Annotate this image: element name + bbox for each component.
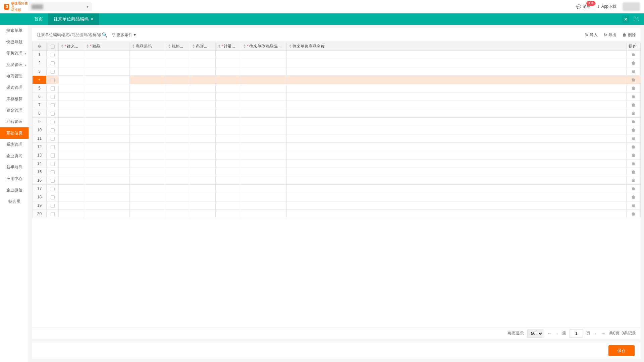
row-delete-cell[interactable]: 🗑 bbox=[627, 193, 641, 201]
cell[interactable] bbox=[166, 101, 190, 109]
checkbox[interactable] bbox=[51, 204, 55, 208]
cell[interactable] bbox=[59, 84, 84, 93]
cell[interactable] bbox=[166, 118, 190, 126]
row-checkbox-cell[interactable] bbox=[47, 109, 59, 118]
table-row[interactable]: 5🗑 bbox=[33, 84, 641, 93]
cell[interactable] bbox=[130, 67, 166, 76]
cell[interactable] bbox=[241, 176, 287, 185]
cell[interactable] bbox=[166, 160, 190, 168]
row-delete-cell[interactable]: 🗑 bbox=[627, 168, 641, 176]
row-delete-cell[interactable]: 🗑 bbox=[627, 67, 641, 76]
cell[interactable] bbox=[130, 126, 166, 134]
row-delete-cell[interactable]: 🗑 bbox=[627, 84, 641, 93]
row-delete-cell[interactable]: 🗑 bbox=[627, 51, 641, 59]
table-row[interactable]: 2🗑 bbox=[33, 59, 641, 67]
trash-icon[interactable]: 🗑 bbox=[632, 111, 636, 116]
cell[interactable] bbox=[84, 193, 130, 201]
cell[interactable] bbox=[59, 76, 84, 84]
cell[interactable] bbox=[130, 160, 166, 168]
checkbox[interactable] bbox=[51, 162, 55, 166]
checkbox[interactable] bbox=[51, 195, 55, 199]
cell[interactable] bbox=[241, 134, 287, 143]
checkbox[interactable] bbox=[51, 45, 55, 49]
row-checkbox-cell[interactable] bbox=[47, 84, 59, 93]
row-checkbox-cell[interactable] bbox=[47, 143, 59, 151]
cell[interactable] bbox=[216, 109, 241, 118]
cell[interactable] bbox=[216, 76, 241, 84]
cell[interactable] bbox=[241, 160, 287, 168]
cell[interactable] bbox=[216, 168, 241, 176]
cell[interactable] bbox=[166, 151, 190, 160]
cell[interactable] bbox=[166, 67, 190, 76]
cell[interactable] bbox=[241, 93, 287, 101]
cell[interactable] bbox=[59, 193, 84, 201]
messages-button[interactable]: 💬 消息 99+ bbox=[576, 4, 591, 9]
checkbox[interactable] bbox=[51, 120, 55, 124]
cell[interactable] bbox=[166, 168, 190, 176]
fullscreen-button[interactable]: ⛶ bbox=[633, 15, 640, 23]
cell[interactable] bbox=[241, 201, 287, 210]
page-next-button[interactable]: › bbox=[594, 331, 597, 336]
cell[interactable] bbox=[84, 109, 130, 118]
row-checkbox-cell[interactable] bbox=[47, 168, 59, 176]
cell[interactable] bbox=[190, 51, 216, 59]
table-row[interactable]: 10🗑 bbox=[33, 126, 641, 134]
row-checkbox-cell[interactable] bbox=[47, 151, 59, 160]
cell[interactable] bbox=[166, 76, 190, 84]
checkbox[interactable] bbox=[51, 128, 55, 132]
per-page-select[interactable]: 50 bbox=[527, 329, 543, 338]
cell[interactable] bbox=[59, 59, 84, 67]
cell[interactable] bbox=[241, 76, 287, 84]
row-delete-cell[interactable]: 🗑 bbox=[627, 143, 641, 151]
cell[interactable] bbox=[130, 109, 166, 118]
sidebar-item[interactable]: 批发管理▸ bbox=[0, 59, 29, 70]
row-delete-cell[interactable]: 🗑 bbox=[627, 93, 641, 101]
cell[interactable] bbox=[287, 160, 627, 168]
cell[interactable] bbox=[166, 59, 190, 67]
cell[interactable] bbox=[130, 151, 166, 160]
cell[interactable] bbox=[59, 134, 84, 143]
cell[interactable] bbox=[216, 151, 241, 160]
row-checkbox-cell[interactable] bbox=[47, 185, 59, 193]
column-unit-prod-name[interactable]: ▲▼往来单位商品名称 bbox=[287, 42, 627, 51]
cell[interactable] bbox=[84, 143, 130, 151]
tab-home[interactable]: 首页 bbox=[29, 13, 48, 25]
checkbox[interactable] bbox=[51, 145, 55, 149]
cell[interactable] bbox=[84, 93, 130, 101]
cell[interactable] bbox=[241, 51, 287, 59]
column-product[interactable]: ▲▼*商品 bbox=[84, 42, 130, 51]
trash-icon[interactable]: 🗑 bbox=[632, 52, 636, 57]
column-unit-prod-code[interactable]: ▲▼*往来单位商品编... bbox=[241, 42, 287, 51]
checkbox[interactable] bbox=[51, 187, 55, 191]
cell[interactable] bbox=[190, 193, 216, 201]
avatar[interactable] bbox=[623, 2, 640, 11]
import-button[interactable]: ↻ 导入 bbox=[585, 32, 598, 38]
save-button[interactable]: 保存 bbox=[608, 345, 635, 356]
cell[interactable] bbox=[190, 76, 216, 84]
cell[interactable] bbox=[84, 126, 130, 134]
cell[interactable] bbox=[84, 76, 130, 84]
cell[interactable] bbox=[190, 126, 216, 134]
page-prev-button[interactable]: ‹ bbox=[555, 331, 559, 336]
cell[interactable] bbox=[59, 168, 84, 176]
cell[interactable] bbox=[241, 118, 287, 126]
trash-icon[interactable]: 🗑 bbox=[632, 170, 636, 174]
cell[interactable] bbox=[84, 151, 130, 160]
checkbox[interactable] bbox=[51, 154, 55, 158]
close-icon[interactable]: ✕ bbox=[91, 17, 94, 21]
cell[interactable] bbox=[287, 93, 627, 101]
cell[interactable] bbox=[241, 210, 287, 218]
checkbox[interactable] bbox=[51, 112, 55, 116]
cell[interactable] bbox=[166, 193, 190, 201]
cell[interactable] bbox=[84, 185, 130, 193]
trash-icon[interactable]: 🗑 bbox=[632, 186, 636, 191]
cell[interactable] bbox=[84, 84, 130, 93]
cell[interactable] bbox=[84, 67, 130, 76]
table-row[interactable]: 15🗑 bbox=[33, 168, 641, 176]
row-checkbox-cell[interactable] bbox=[47, 59, 59, 67]
sidebar-item[interactable]: 应用中心 bbox=[0, 173, 29, 184]
trash-icon[interactable]: 🗑 bbox=[632, 103, 636, 107]
cell[interactable] bbox=[241, 101, 287, 109]
trash-icon[interactable]: 🗑 bbox=[632, 86, 636, 90]
cell[interactable] bbox=[287, 51, 627, 59]
